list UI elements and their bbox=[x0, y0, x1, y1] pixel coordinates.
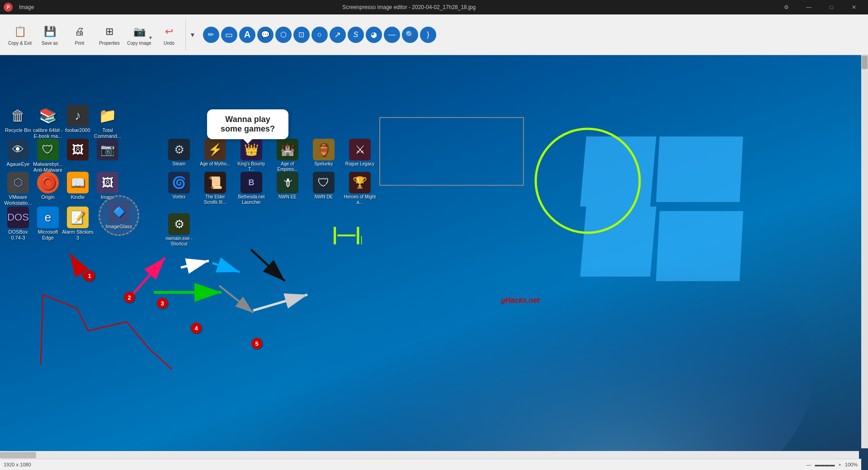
close-button[interactable]: ✕ bbox=[844, 0, 864, 14]
copy-exit-button[interactable]: 📋 Copy & Exit bbox=[5, 19, 34, 51]
windows-logo bbox=[561, 100, 787, 371]
origin-icon: ⭕ bbox=[37, 172, 59, 193]
desktop-icon-foobar[interactable]: ♪ foobar2000 bbox=[61, 105, 94, 133]
win-logo-tr bbox=[656, 136, 743, 202]
badge-1: 1 bbox=[84, 270, 95, 281]
game-icon-nwn-de[interactable]: 🛡 NWN DE bbox=[307, 172, 340, 205]
toolbar: 📋 Copy & Exit 💾 Save as 🖨 Print ⊞ Proper… bbox=[0, 14, 868, 55]
ellipse-tool-button[interactable]: ○ bbox=[311, 27, 328, 43]
desktop-icon-icon4[interactable]: 📷 bbox=[91, 139, 124, 161]
swirl-tool-button[interactable]: S bbox=[348, 27, 364, 43]
settings-button[interactable]: ⚙ bbox=[776, 0, 797, 14]
minimize-button[interactable]: — bbox=[798, 0, 819, 14]
print-icon: 🖨 bbox=[71, 24, 88, 40]
zoom-in-button[interactable]: + bbox=[838, 462, 841, 467]
desktop-icon-total-commander[interactable]: 📁 Total Command... bbox=[91, 105, 124, 139]
nwn-ee-icon: 🗡 bbox=[277, 172, 298, 193]
elder-scrolls-icon: 📜 bbox=[204, 172, 226, 193]
game-icon-nwmain[interactable]: ⚙ nwmain.exe - Shortcut bbox=[163, 213, 195, 247]
undo-button[interactable]: ↩ Undo bbox=[155, 19, 184, 51]
desktop-icon-agaueeye[interactable]: 👁 AgaueEye bbox=[2, 139, 34, 167]
game-icon-rogue-legacy[interactable]: ⚔ Rogue Legacy bbox=[344, 139, 376, 172]
maximize-button[interactable]: □ bbox=[821, 0, 842, 14]
game-icon-spelunky[interactable]: 🏺 Spelunky bbox=[307, 139, 340, 172]
elder-scrolls-label: The Elder Scrolls III... bbox=[199, 194, 231, 205]
game-icon-steam[interactable]: ⚙ Steam bbox=[163, 139, 195, 172]
rogue-legacy-label: Rogue Legacy bbox=[345, 161, 375, 167]
desktop-icon-malwarebytes[interactable]: 🛡 Malwarebyt... Anti-Malware bbox=[32, 139, 64, 173]
vmware-label: VMware Workstatio... bbox=[2, 194, 34, 206]
callout-tool-button[interactable]: 💬 bbox=[257, 27, 274, 43]
badge-2: 2 bbox=[124, 292, 135, 303]
game-icon-nwn-ee[interactable]: 🗡 NWN EE bbox=[271, 172, 304, 205]
copy-exit-icon: 📋 bbox=[12, 24, 28, 40]
obfuscate-tool-button[interactable]: ⊡ bbox=[293, 27, 310, 43]
win-logo-bl bbox=[580, 207, 656, 277]
zoom-out-button[interactable]: — bbox=[806, 462, 811, 467]
malwarebytes-icon: 🛡 bbox=[37, 139, 59, 160]
age-empires-label: Age of Empires... bbox=[271, 161, 304, 172]
desktop-icon-imageglass[interactable]: 🔷 ImageGlass bbox=[103, 201, 135, 230]
nwn-de-icon: 🛡 bbox=[313, 172, 335, 193]
kindle-label: Kindle bbox=[71, 194, 85, 200]
kings-bounty-label: King's Bounty T... bbox=[235, 161, 268, 172]
stop-tool-button[interactable]: ⬡ bbox=[275, 27, 292, 43]
dosbox-icon: DOS bbox=[7, 207, 29, 228]
horizontal-scrollbar[interactable] bbox=[0, 451, 859, 459]
vertical-scroll-thumb[interactable] bbox=[862, 56, 868, 69]
desktop-icon-edge[interactable]: e Microsoft Edge bbox=[32, 207, 64, 241]
vertical-scrollbar[interactable] bbox=[861, 55, 868, 448]
undo-icon: ↩ bbox=[161, 24, 177, 40]
foobar-icon: ♪ bbox=[67, 105, 89, 127]
calibre-icon: 📚 bbox=[37, 105, 59, 127]
pencil-tool-button[interactable]: ✏ bbox=[203, 27, 219, 43]
zoom-control: — ▬▬▬▬ + 100% bbox=[806, 462, 858, 467]
properties-button[interactable]: ⊞ Properties bbox=[95, 19, 124, 51]
desktop-icon-alarm-stickies[interactable]: 📝 Alarm Stickies 3 bbox=[61, 207, 94, 241]
win-logo-tl bbox=[580, 136, 656, 207]
spelunky-icon: 🏺 bbox=[313, 139, 335, 160]
game-icon-vortex[interactable]: 🌀 Vortex bbox=[163, 172, 195, 205]
imageglass-label: ImageGlass bbox=[106, 224, 132, 230]
steam-label: Steam bbox=[173, 161, 186, 167]
game-icon-age-empires[interactable]: 🏰 Age of Empires... bbox=[271, 139, 304, 172]
nwmain-label: nwmain.exe - Shortcut bbox=[163, 236, 195, 247]
imageglass-selection: 🔷 ImageGlass bbox=[99, 195, 139, 236]
desktop-icon-origin[interactable]: ⭕ Origin bbox=[32, 172, 64, 200]
game-icon-heroes[interactable]: 🏆 Heroes of Might a... bbox=[344, 172, 376, 205]
desktop-icon-calibre[interactable]: 📚 calibre 64bit - E-book ma... bbox=[32, 105, 64, 139]
vmware-icon: ⬡ bbox=[7, 172, 29, 193]
rectangle-tool-button[interactable]: ▭ bbox=[221, 27, 237, 43]
toolbar-dropdown-arrow[interactable]: ▼ bbox=[189, 31, 196, 38]
game-icon-age-mythology[interactable]: ⚡ Age of Mytho... bbox=[199, 139, 231, 172]
dosbox-label: DOSBox 0.74-3 bbox=[2, 229, 34, 241]
more-tool-button[interactable]: } bbox=[420, 27, 436, 43]
desktop-icon-kindle[interactable]: 📖 Kindle bbox=[61, 172, 94, 200]
arrow-tool-button[interactable]: ↗ bbox=[330, 27, 346, 43]
game-icon-elder-scrolls[interactable]: 📜 The Elder Scrolls III... bbox=[199, 172, 231, 205]
desktop-icon-recycle-bin[interactable]: 🗑 Recycle Bin bbox=[2, 105, 34, 133]
desktop-icon-vmware[interactable]: ⬡ VMware Workstatio... bbox=[2, 172, 34, 206]
copy-image-button[interactable]: 📷 Copy image ▼ bbox=[125, 19, 154, 51]
badge-4: 4 bbox=[191, 323, 202, 334]
line-tool-button[interactable]: — bbox=[384, 27, 400, 43]
desktop-icon-icon3[interactable]: 🖼 bbox=[61, 139, 94, 161]
desktop-icon-dosbox[interactable]: DOS DOSBox 0.74-3 bbox=[2, 207, 34, 241]
teardrop-tool-button[interactable]: ◕ bbox=[366, 27, 382, 43]
icon4-icon: 📷 bbox=[97, 139, 118, 160]
save-as-icon: 💾 bbox=[42, 24, 58, 40]
win-logo-br bbox=[656, 211, 743, 281]
zoom-slider[interactable]: ▬▬▬▬ bbox=[815, 462, 835, 467]
magnify-tool-button[interactable]: 🔍 bbox=[402, 27, 418, 43]
heroes-icon: 🏆 bbox=[349, 172, 371, 193]
text-tool-button[interactable]: A bbox=[239, 27, 255, 43]
print-button[interactable]: 🖨 Print bbox=[65, 19, 94, 51]
nwn-ee-label: NWN EE bbox=[278, 194, 297, 200]
status-bar: 1920 x 1080 — ▬▬▬▬ + 100% bbox=[0, 459, 861, 470]
horizontal-scroll-thumb[interactable] bbox=[0, 452, 36, 458]
dropdown-arrow: ▼ bbox=[148, 35, 153, 40]
menu-image[interactable]: Image bbox=[16, 3, 37, 11]
save-as-button[interactable]: 💾 Save as bbox=[35, 19, 64, 51]
window-controls: ⚙ — □ ✕ bbox=[776, 0, 864, 14]
game-icon-bethesda[interactable]: B Bethesda.net Launcher bbox=[235, 172, 268, 205]
